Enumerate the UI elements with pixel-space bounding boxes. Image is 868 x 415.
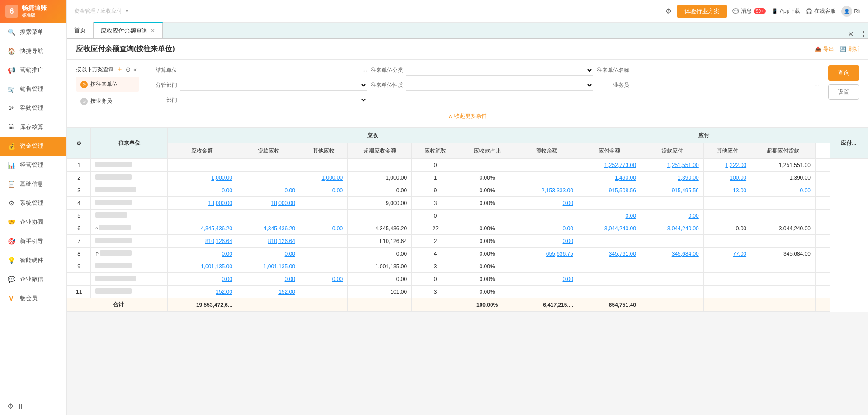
row-overdue-pay[interactable]: 0.00	[751, 184, 816, 197]
collapse-left-icon[interactable]: «	[133, 66, 137, 73]
row-loan-recv[interactable]: 810,126.64	[237, 235, 300, 248]
sidebar-item-system[interactable]: ⚙ 系统管理	[0, 194, 66, 213]
tab-receivable[interactable]: 应收应付余额查询 ✕	[94, 22, 163, 38]
tab-close-icon[interactable]: ✕	[151, 28, 155, 34]
row-other-pay[interactable]: 13.00	[703, 184, 751, 197]
row-loan-recv[interactable]: 4,345,436.20	[237, 222, 300, 235]
sidebar-settings-icon[interactable]: ⚙	[7, 402, 14, 410]
row-loan-pay[interactable]: 1,251,551.00	[641, 159, 703, 172]
sidebar-item-operations[interactable]: 📊 经营管理	[0, 156, 66, 175]
sidebar-collapse-icon[interactable]: ⏸	[17, 402, 24, 410]
tab-maximize-icon[interactable]: ⛶	[857, 30, 864, 38]
row-prepay[interactable]: 0.00	[515, 222, 578, 235]
row-loan-recv[interactable]: 1,001,135.00	[237, 260, 300, 273]
breadcrumb-text: 资金管理 / 应收应付	[74, 7, 122, 15]
row-prepay[interactable]: 0.00	[515, 235, 578, 248]
filter-by-unit[interactable]: ⊙ 按往来单位	[76, 77, 139, 92]
settlement-unit-ellipsis[interactable]: ···	[363, 67, 367, 74]
sidebar-item-member[interactable]: V 畅会员	[0, 289, 66, 308]
sidebar-item-collab[interactable]: 🤝 企业协同	[0, 213, 66, 232]
row-loan-recv[interactable]: 152.00	[237, 286, 300, 298]
unit-nature-select[interactable]	[406, 80, 593, 91]
row-other-recv[interactable]: 0.00	[300, 273, 347, 286]
row-other-pay[interactable]: 77.00	[703, 248, 751, 260]
user-info[interactable]: 👤 Rit	[841, 6, 861, 17]
salesman-ellipsis[interactable]: ···	[815, 82, 819, 89]
sidebar-item-finance[interactable]: 💰 资金管理	[0, 137, 66, 156]
unit-category-select[interactable]	[406, 65, 593, 76]
filter-by-salesman[interactable]: ⊙ 按业务员	[76, 94, 139, 109]
row-prepay[interactable]: 0.00	[515, 197, 578, 210]
row-recv-amount[interactable]: 0.00	[167, 248, 237, 260]
row-recv-amount[interactable]: 18,000.00	[167, 197, 237, 210]
row-recv-amount[interactable]: 1,000.00	[167, 172, 237, 184]
industry-btn[interactable]: 体验行业方案	[677, 5, 727, 18]
collapse-more-conditions[interactable]: ∧ 收起更多条件	[76, 112, 859, 120]
sidebar-item-inventory[interactable]: 🏛 库存核算	[0, 118, 66, 137]
row-prepay[interactable]: 2,153,333.00	[515, 184, 578, 197]
app-download-action[interactable]: 📱 App下载	[771, 7, 800, 15]
row-loan-recv[interactable]: 18,000.00	[237, 197, 300, 210]
tab-home[interactable]: 首页	[67, 22, 94, 38]
row-other-pay[interactable]: 1,222.00	[703, 159, 751, 172]
row-other-recv[interactable]: 1,000.00	[300, 172, 347, 184]
row-recv-amount[interactable]: 4,345,436.20	[167, 222, 237, 235]
row-loan-pay[interactable]: 3,044,240.00	[641, 222, 703, 235]
col-settings[interactable]: ⚙	[67, 128, 91, 159]
query-button[interactable]: 查询	[828, 65, 859, 81]
dept-select[interactable]	[180, 80, 367, 91]
salesman-input[interactable]	[632, 81, 812, 90]
row-loan-pay[interactable]: 0.00	[641, 210, 703, 222]
row-overdue-recv: 810,126.64	[348, 235, 412, 248]
sidebar-item-wechat[interactable]: 💬 企业微信	[0, 270, 66, 289]
sidebar-item-basic-info[interactable]: 📋 基础信息	[0, 175, 66, 194]
refresh-button[interactable]: 🔄 刷新	[840, 45, 859, 53]
sidebar-item-purchase[interactable]: 🛍 采购管理	[0, 99, 66, 118]
target-icon[interactable]: ⊙	[126, 66, 131, 73]
row-loan-recv[interactable]: 0.00	[237, 248, 300, 260]
total-recv-count	[412, 298, 459, 312]
row-other-recv	[300, 197, 347, 210]
row-pay-amount[interactable]: 0.00	[578, 210, 641, 222]
table-area: ⚙ 往来单位 应收 应付 应付... 应收金额 贷款应收 其他应收 超期应收金额…	[67, 128, 868, 415]
sidebar-item-guide[interactable]: 🎯 新手引导	[0, 232, 66, 251]
row-loan-pay[interactable]: 1,390.00	[641, 172, 703, 184]
row-other-recv[interactable]: 0.00	[300, 222, 347, 235]
message-action[interactable]: 💬 消息 99+	[732, 7, 766, 15]
sidebar-item-marketing[interactable]: 📢 营销推广	[0, 61, 66, 80]
row-recv-amount[interactable]: 152.00	[167, 286, 237, 298]
sidebar-item-search[interactable]: 🔍 搜索菜单	[0, 23, 66, 42]
row-recv-amount[interactable]: 810,126.64	[167, 235, 237, 248]
sidebar-item-label: 库存核算	[20, 123, 43, 131]
row-pay-amount[interactable]: 915,508.56	[578, 184, 641, 197]
row-loan-pay[interactable]: 915,495.56	[641, 184, 703, 197]
tab-close-window-icon[interactable]: ✕	[848, 30, 854, 38]
row-other-pay[interactable]: 100.00	[703, 172, 751, 184]
online-service-action[interactable]: 🎧 在线客服	[806, 7, 836, 15]
row-loan-pay[interactable]: 345,684.00	[641, 248, 703, 260]
unit-name-input[interactable]	[632, 66, 819, 75]
row-prepay[interactable]: 0.00	[515, 273, 578, 286]
row-pay-amount[interactable]: 1,252,773.00	[578, 159, 641, 172]
row-pay-amount[interactable]: 345,761.00	[578, 248, 641, 260]
breadcrumb-dropdown[interactable]: ▼	[125, 9, 129, 14]
export-button[interactable]: 📤 导出	[815, 45, 834, 53]
add-scheme-icon[interactable]: ＋	[117, 65, 123, 73]
setting-button[interactable]: 设置	[828, 84, 859, 100]
row-other-recv[interactable]: 0.00	[300, 184, 347, 197]
sidebar-item-sales[interactable]: 🛒 销售管理	[0, 80, 66, 99]
row-prepay[interactable]: 655,636.75	[515, 248, 578, 260]
row-recv-amount[interactable]: 1,001,135.00	[167, 260, 237, 273]
sidebar-item-hardware[interactable]: 💡 智能硬件	[0, 251, 66, 270]
department-select[interactable]	[180, 95, 367, 105]
settlement-unit-input[interactable]	[180, 66, 360, 75]
row-loan-recv[interactable]: 0.00	[237, 184, 300, 197]
row-recv-amount[interactable]: 0.00	[167, 184, 237, 197]
row-loan-recv[interactable]: 0.00	[237, 273, 300, 286]
row-pay-amount[interactable]: 3,044,240.00	[578, 222, 641, 235]
row-pay-amount[interactable]: 1,490.00	[578, 172, 641, 184]
total-recv-ratio: 100.00%	[459, 298, 515, 312]
sidebar-item-quicknav[interactable]: 🏠 快捷导航	[0, 42, 66, 61]
row-recv-amount[interactable]: 0.00	[167, 273, 237, 286]
settings-icon[interactable]: ⚙	[665, 7, 672, 15]
